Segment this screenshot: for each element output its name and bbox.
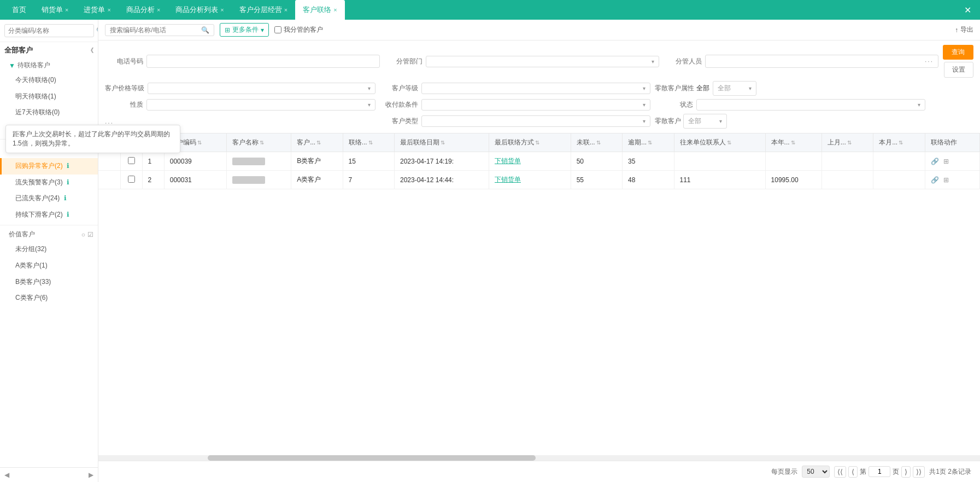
row2-checkbox[interactable]	[120, 171, 142, 189]
sidebar-item-churn-warning[interactable]: 流失预警客户(3) ℹ	[0, 175, 98, 191]
customer-grade-select[interactable]: ▾	[421, 83, 650, 94]
sidebar-item-repurchase-abnormal[interactable]: 回购异常客户(2) ℹ	[0, 158, 98, 175]
export-button[interactable]: ↑ 导出	[955, 25, 973, 34]
row1-level: B类客户	[291, 152, 343, 171]
search-icon[interactable]: 🔍	[201, 26, 209, 34]
settings-button[interactable]: 设置	[944, 62, 973, 78]
col-overdue[interactable]: 逾期...⇅	[623, 133, 674, 152]
sidebar-item-7days[interactable]: 近7天待联络(0)	[0, 104, 98, 121]
next-page-btn[interactable]: ⟩	[901, 466, 911, 478]
payment-select[interactable]: ▾	[421, 99, 650, 111]
status-select[interactable]: ▾	[696, 99, 925, 111]
customer-type-label: 客户类型	[380, 117, 418, 126]
status-caret-icon: ▾	[918, 102, 920, 108]
col-uncontacted[interactable]: 未联...⇅	[571, 133, 622, 152]
horizontal-scrollbar[interactable]	[98, 455, 980, 461]
nav-close-purchase[interactable]: ×	[107, 0, 110, 20]
col-last-month[interactable]: 上月...⇅	[821, 133, 873, 152]
person-dots-icon[interactable]: ···	[925, 57, 934, 65]
retail-customer-select[interactable]: 全部 ▾	[683, 114, 727, 129]
row1-grid-icon[interactable]: ⊞	[943, 158, 949, 165]
filter-more-conditions[interactable]: ⊞ 更多条件 ▾	[220, 23, 269, 37]
sidebar-item-class-c[interactable]: C类客户(6)	[0, 290, 98, 306]
scroll-right-icon[interactable]: ▶	[89, 471, 93, 479]
nav-purchase-order[interactable]: 进货单 ×	[76, 0, 118, 20]
row2-this-month	[873, 171, 925, 189]
nav-close-product-list[interactable]: ×	[220, 0, 224, 20]
nav-customer-contact[interactable]: 客户联络 ×	[295, 0, 344, 20]
sidebar-item-churned[interactable]: 已流失客户(24) ℹ	[0, 190, 98, 207]
row2-last-contact-method[interactable]: 下销货单	[489, 171, 571, 189]
circle-icon[interactable]: ○	[81, 231, 85, 239]
price-grade-caret-icon: ▾	[368, 85, 371, 91]
window-close-button[interactable]: ✕	[960, 5, 976, 15]
col-last-contact-method[interactable]: 最后联络方式⇅	[489, 133, 571, 152]
filter-icon: ⊞	[225, 26, 230, 34]
row1-link-icon[interactable]: 🔗	[931, 158, 939, 165]
prev-page-btn[interactable]: ⟨	[848, 466, 858, 478]
nav-home[interactable]: 首页	[4, 0, 34, 20]
sidebar-item-today[interactable]: 今天待联络(0)	[0, 72, 98, 89]
sidebar-group-pending[interactable]: ▼ 待联络客户	[0, 59, 98, 72]
price-grade-select[interactable]: ▾	[148, 83, 375, 94]
nav-sales-order[interactable]: 销货单 ×	[34, 0, 76, 20]
col-name[interactable]: 客户名称⇅	[227, 133, 291, 152]
nav-product-analysis-list[interactable]: 商品分析列表 ×	[168, 0, 231, 20]
sidebar-item-ungrouped[interactable]: 未分组(32)	[0, 241, 98, 258]
per-page-select[interactable]: 50 100 200	[802, 466, 830, 478]
nav-close-sales[interactable]: ×	[65, 0, 68, 20]
row2-link-icon[interactable]: 🔗	[931, 176, 939, 184]
page-total-label: 共1页 2条记录	[929, 467, 971, 477]
query-btn-group: 查询 设置	[943, 45, 973, 78]
scrollbar-thumb[interactable]	[208, 455, 536, 461]
nav-close-product-analysis[interactable]: ×	[157, 0, 160, 20]
customer-type-select[interactable]: ▾	[421, 115, 650, 127]
sidebar-all-customers[interactable]: 全部客户 《	[0, 42, 98, 59]
last-page-btn[interactable]: ⟩⟩	[913, 466, 925, 478]
dept-select[interactable]: ▾	[426, 56, 659, 67]
sort-last-month-icon: ⇅	[847, 140, 852, 146]
first-page-btn[interactable]: ⟨⟨	[834, 466, 846, 478]
sidebar-search-input[interactable]	[4, 24, 94, 37]
info-icon-2: ℹ	[64, 194, 67, 202]
row2-grid-icon[interactable]: ⊞	[943, 176, 949, 184]
page-input[interactable]	[868, 466, 890, 477]
sidebar-item-tomorrow[interactable]: 明天待联络(1)	[0, 89, 98, 105]
arrow-icon: ▼	[9, 62, 15, 69]
filter-row-1: 电话号码 分管部门 ▾ 分管人员 ···	[105, 45, 973, 78]
check-icon[interactable]: ☑	[87, 231, 93, 239]
nav-customer-segment[interactable]: 客户分层经营 ×	[232, 0, 295, 20]
sidebar-item-declining[interactable]: 持续下滑客户(2) ℹ	[0, 207, 98, 223]
sidebar-value-group[interactable]: 价值客户 ○ ☑	[0, 228, 98, 241]
scroll-left-icon[interactable]: ◀	[4, 471, 9, 479]
row2-level: A类客户	[291, 171, 343, 189]
col-last-contact-date[interactable]: 最后联络日期⇅	[395, 133, 489, 152]
retail-attr-select[interactable]: 全部 ▾	[713, 81, 756, 96]
filter-top-bar: 🔍 ⊞ 更多条件 ▾ 我分管的客户 ↑ 导出	[98, 20, 980, 40]
nav-product-analysis[interactable]: 商品分析 ×	[119, 0, 168, 20]
nav-close-contact[interactable]: ×	[333, 0, 337, 20]
filter-search-input[interactable]	[110, 26, 201, 34]
col-this-month[interactable]: 本月...⇅	[873, 133, 925, 152]
tooltip-box: 距客户上次交易时长，超过了此客户的平均交易周期的1.5倍，则视为异常。	[98, 125, 180, 153]
col-contact[interactable]: 联络...⇅	[343, 133, 394, 152]
nature-select[interactable]: ▾	[146, 99, 375, 111]
my-customers-checkbox-area: 我分管的客户	[274, 25, 323, 34]
row1-settings	[98, 152, 120, 171]
phone-input[interactable]	[146, 55, 380, 68]
row4-dots[interactable]: ...	[105, 118, 114, 125]
col-this-year[interactable]: 本年...⇅	[765, 133, 821, 152]
nav-close-segment[interactable]: ×	[284, 0, 287, 20]
sidebar-item-class-b[interactable]: B类客户(33)	[0, 274, 98, 291]
my-customers-checkbox[interactable]	[274, 26, 281, 33]
row1-action-icons: 🔗 ⊞	[931, 158, 974, 165]
col-unit-contact[interactable]: 往来单位联系人⇅	[674, 133, 765, 152]
query-button[interactable]: 查询	[943, 45, 973, 60]
row1-last-contact-method[interactable]: 下销货单	[489, 152, 571, 171]
row1-checkbox[interactable]	[120, 152, 142, 171]
phone-label: 电话号码	[105, 57, 143, 66]
dept-label: 分管部门	[384, 57, 422, 66]
col-level[interactable]: 客户...⇅	[291, 133, 343, 152]
top-navigation: 首页 销货单 × 进货单 × 商品分析 × 商品分析列表 × 客户分层经营 × …	[0, 0, 980, 20]
sidebar-item-class-a[interactable]: A类客户(1)	[0, 258, 98, 274]
